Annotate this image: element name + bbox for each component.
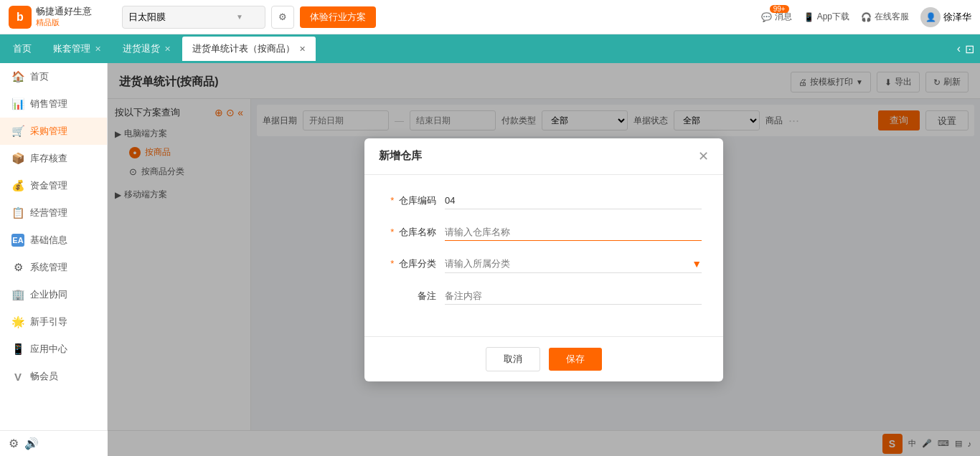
- name-input[interactable]: [445, 224, 702, 241]
- search-area[interactable]: ▼: [122, 6, 265, 29]
- online-service-label: 在线客服: [875, 11, 909, 23]
- inventory-icon: 📦: [11, 152, 24, 165]
- sidebar-item-home[interactable]: 🏠 首页: [0, 63, 107, 90]
- account-tab-close[interactable]: ✕: [95, 44, 101, 54]
- modal-title: 新增仓库: [379, 149, 422, 163]
- sidebar-item-sales[interactable]: 📊 销售管理: [0, 90, 107, 118]
- search-input[interactable]: [128, 11, 236, 22]
- main-content: 进货单统计(按商品) 🖨 按模板打印 ▼ ⬇ 导出 ↻ 刷新: [108, 63, 980, 456]
- vip-icon: V: [11, 370, 24, 383]
- message-icon: 💬: [761, 12, 772, 22]
- sidebar-item-purchase[interactable]: 🛒 采购管理: [0, 118, 107, 145]
- search-dropdown-icon[interactable]: ▼: [236, 13, 243, 21]
- nav-tabs-right: ‹ ⊡: [957, 42, 977, 56]
- code-required-star: *: [390, 195, 394, 206]
- code-label: * 仓库编码: [386, 194, 436, 207]
- tab-account[interactable]: 账套管理 ✕: [43, 37, 111, 61]
- name-label: * 仓库名称: [386, 226, 436, 239]
- remark-input[interactable]: [445, 288, 702, 305]
- sidebar-guide-label: 新手引导: [30, 315, 67, 328]
- home-icon: 🏠: [11, 70, 24, 83]
- nav-tabs: 首页 账套管理 ✕ 进货退货 ✕ 进货单统计表（按商品） ✕ ‹ ⊡: [0, 34, 980, 63]
- category-required-star: *: [390, 258, 394, 269]
- message-item[interactable]: 💬 消息 99+: [761, 11, 792, 23]
- sales-icon: 📊: [11, 98, 24, 110]
- finance-icon: 💰: [11, 179, 24, 192]
- headset-icon: 🎧: [861, 12, 872, 22]
- purchase-return-tab-close[interactable]: ✕: [164, 44, 171, 54]
- nav-next-btn[interactable]: ⊡: [965, 42, 974, 56]
- cancel-button[interactable]: 取消: [486, 347, 540, 371]
- trial-button[interactable]: 体验行业方案: [300, 6, 376, 28]
- code-input[interactable]: [445, 192, 702, 209]
- speaker-bottom-icon[interactable]: 🔊: [24, 437, 39, 450]
- sidebar-item-vip[interactable]: V 畅会员: [0, 363, 107, 390]
- modal-header: 新增仓库 ✕: [364, 138, 723, 175]
- app-download-label: App下载: [817, 11, 849, 23]
- form-row-category: * 仓库分类 ▼: [386, 255, 702, 273]
- nav-prev-btn[interactable]: ‹: [957, 42, 961, 56]
- sidebar-item-finance[interactable]: 💰 资金管理: [0, 172, 107, 199]
- purchase-stats-tab-label: 进货单统计表（按商品）: [192, 42, 295, 55]
- save-button[interactable]: 保存: [549, 348, 602, 371]
- logo-area: b 畅捷通好生意 精品版: [9, 6, 116, 29]
- tab-purchase-stats[interactable]: 进货单统计表（按商品） ✕: [182, 37, 316, 61]
- app-download-item[interactable]: 📱 App下载: [804, 11, 849, 23]
- bottom-left: ⚙ 🔊: [9, 437, 39, 450]
- modal-footer: 取消 保存: [364, 336, 723, 381]
- sidebar-apps-label: 应用中心: [30, 343, 67, 356]
- category-select-area[interactable]: ▼: [445, 255, 702, 273]
- form-row-code: * 仓库编码: [386, 192, 702, 209]
- modal-overlay: 新增仓库 ✕ * 仓库编码 *: [108, 63, 980, 456]
- message-badge: 99+: [770, 5, 789, 13]
- system-icon: ⚙: [11, 261, 24, 274]
- purchase-stats-tab-close[interactable]: ✕: [299, 44, 306, 54]
- main-layout: 🏠 首页 📊 销售管理 🛒 采购管理 📦 库存核查 💰 资金管理 📋 经营管理 …: [0, 63, 980, 456]
- settings-bottom-icon[interactable]: ⚙: [9, 437, 19, 450]
- tab-purchase-return[interactable]: 进货退货 ✕: [113, 37, 181, 61]
- operations-icon: 📋: [11, 206, 24, 219]
- account-tab-label: 账套管理: [53, 42, 90, 55]
- sidebar-inventory-label: 库存核查: [30, 152, 67, 165]
- online-service-item[interactable]: 🎧 在线客服: [861, 11, 909, 23]
- gear-button[interactable]: ⚙: [271, 6, 294, 29]
- app-edition: 精品版: [36, 17, 92, 28]
- sidebar-purchase-label: 采购管理: [30, 125, 67, 138]
- home-tab-label: 首页: [13, 42, 32, 55]
- sidebar-item-basic-info[interactable]: EA 基础信息: [0, 227, 107, 254]
- top-bar: b 畅捷通好生意 精品版 ▼ ⚙ 体验行业方案 💬 消息 99+ 📱 App下载…: [0, 0, 980, 34]
- sidebar-item-operations[interactable]: 📋 经营管理: [0, 199, 107, 227]
- modal-close-button[interactable]: ✕: [698, 148, 709, 164]
- category-label: * 仓库分类: [386, 257, 436, 270]
- app-name: 畅捷通好生意: [36, 6, 92, 18]
- sidebar: 🏠 首页 📊 销售管理 🛒 采购管理 📦 库存核查 💰 资金管理 📋 经营管理 …: [0, 63, 108, 456]
- app-logo: b: [9, 6, 32, 29]
- purchase-icon: 🛒: [11, 125, 24, 138]
- remark-label: 备注: [386, 290, 436, 303]
- sidebar-item-inventory[interactable]: 📦 库存核查: [0, 145, 107, 172]
- user-avatar-area[interactable]: 👤 徐泽华: [920, 7, 971, 27]
- apps-icon: 📱: [11, 343, 24, 356]
- tab-home[interactable]: 首页: [3, 37, 42, 61]
- category-dropdown-icon: ▼: [692, 258, 702, 270]
- category-input[interactable]: [445, 258, 692, 269]
- mobile-icon: 📱: [804, 12, 814, 22]
- modal-body: * 仓库编码 * 仓库名称: [364, 175, 723, 336]
- sidebar-vip-label: 畅会员: [30, 370, 58, 383]
- sidebar-enterprise-label: 企业协同: [30, 288, 67, 301]
- name-required-star: *: [390, 227, 394, 237]
- enterprise-icon: 🏢: [11, 288, 24, 301]
- sidebar-home-label: 首页: [30, 70, 49, 83]
- sidebar-operations-label: 经营管理: [30, 206, 67, 219]
- sidebar-basic-info-label: 基础信息: [30, 234, 67, 247]
- form-row-remark: 备注: [386, 288, 702, 305]
- basic-info-icon: EA: [11, 234, 24, 247]
- sidebar-item-system[interactable]: ⚙ 系统管理: [0, 254, 107, 281]
- sidebar-system-label: 系统管理: [30, 261, 67, 274]
- sidebar-item-enterprise[interactable]: 🏢 企业协同: [0, 281, 107, 308]
- guide-icon: 🌟: [11, 315, 24, 328]
- sidebar-finance-label: 资金管理: [30, 179, 67, 192]
- sidebar-item-guide[interactable]: 🌟 新手引导: [0, 308, 107, 336]
- sidebar-item-apps[interactable]: 📱 应用中心: [0, 336, 107, 363]
- sidebar-sales-label: 销售管理: [30, 98, 67, 110]
